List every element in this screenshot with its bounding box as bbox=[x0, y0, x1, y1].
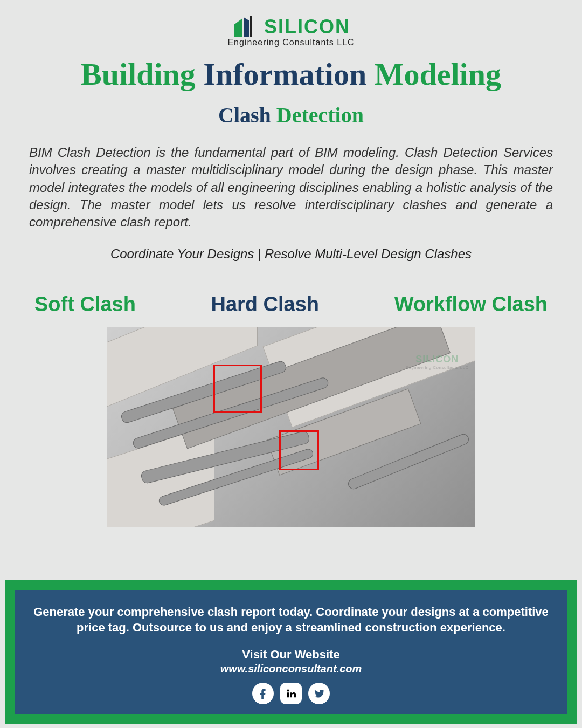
body-paragraph: BIM Clash Detection is the fundamental p… bbox=[0, 128, 582, 231]
logo-mark: SILICON bbox=[232, 15, 350, 39]
social-row bbox=[30, 683, 552, 704]
title-word-1: Building bbox=[81, 57, 196, 92]
logo-block: SILICON Engineering Consultants LLC bbox=[0, 0, 582, 47]
main-title: Building Information Modeling bbox=[0, 57, 582, 92]
watermark-sub: Engineering Consultants LLC bbox=[405, 365, 469, 370]
image-watermark: SILICON Engineering Consultants LLC bbox=[405, 354, 469, 370]
logo-tagline: Engineering Consultants LLC bbox=[227, 38, 354, 47]
svg-rect-2 bbox=[250, 16, 252, 37]
cta-inner: Generate your comprehensive clash report… bbox=[15, 590, 567, 714]
facebook-icon[interactable] bbox=[252, 683, 274, 704]
watermark-brand: SILICON bbox=[405, 354, 469, 365]
logo-icon bbox=[232, 15, 260, 39]
svg-marker-0 bbox=[234, 18, 242, 37]
cta-visit-label: Visit Our Website bbox=[30, 648, 552, 662]
clash-type-soft: Soft Clash bbox=[34, 293, 136, 316]
title-word-2: Information bbox=[203, 57, 366, 92]
title-word-3: Modeling bbox=[375, 57, 501, 92]
clash-types-row: Soft Clash Hard Clash Workflow Clash bbox=[0, 293, 582, 316]
clash-highlight-2 bbox=[279, 430, 319, 470]
cta-url[interactable]: www.siliconconsultant.com bbox=[30, 663, 552, 675]
clash-type-workflow: Workflow Clash bbox=[394, 293, 548, 316]
title-block: Building Information Modeling Clash Dete… bbox=[0, 57, 582, 128]
clash-highlight-1 bbox=[213, 365, 262, 413]
cta-outer: Generate your comprehensive clash report… bbox=[5, 580, 577, 724]
svg-marker-1 bbox=[244, 17, 249, 37]
logo-brand-text: SILICON bbox=[264, 16, 350, 38]
subtitle-word-2: Detection bbox=[276, 103, 364, 127]
sub-title: Clash Detection bbox=[0, 102, 582, 128]
tagline-text: Coordinate Your Designs | Resolve Multi-… bbox=[0, 246, 582, 262]
bim-clash-illustration: SILICON Engineering Consultants LLC bbox=[107, 327, 475, 527]
linkedin-icon[interactable] bbox=[280, 683, 302, 704]
subtitle-word-1: Clash bbox=[218, 103, 271, 127]
clash-type-hard: Hard Clash bbox=[211, 293, 319, 316]
twitter-icon[interactable] bbox=[308, 683, 330, 704]
cta-text: Generate your comprehensive clash report… bbox=[30, 604, 552, 636]
